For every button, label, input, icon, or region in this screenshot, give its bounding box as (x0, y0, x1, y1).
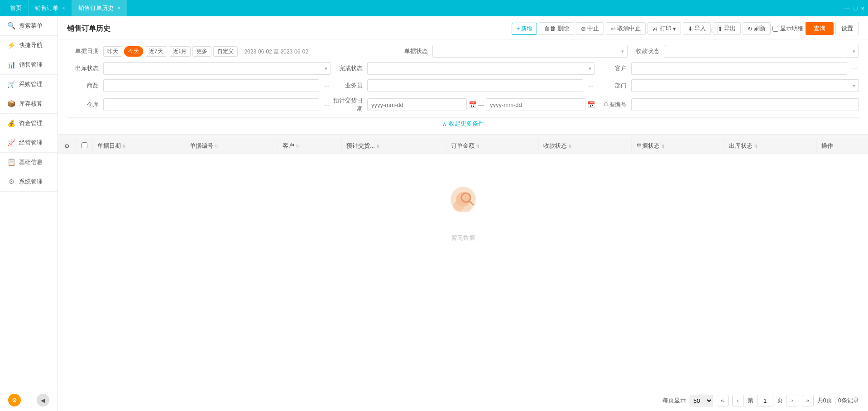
show-detail-checkbox[interactable] (772, 26, 778, 32)
tab-sales-order-history-label: 销售订单历史 (78, 4, 114, 12)
collapse-arrow-icon: ∧ (442, 121, 447, 127)
product-ellipsis[interactable]: ··· (322, 82, 331, 89)
th-order-status-sort-icon[interactable]: ⇅ (661, 144, 665, 149)
customer-input[interactable] (631, 62, 847, 75)
th-number-label: 单据编号 (190, 142, 213, 150)
purchase-mgmt-icon: 🛒 (7, 80, 15, 88)
th-payment-status-sort-icon[interactable]: ⇅ (568, 144, 572, 149)
data-table: ⚙ 单据日期 ⇅ (58, 138, 868, 154)
date-today-btn[interactable]: 今天 (124, 46, 143, 57)
sidebar-item-purchase-mgmt[interactable]: 🛒 采购管理 (0, 75, 58, 94)
payment-status-select[interactable] (664, 45, 859, 58)
sidebar-item-basic-info[interactable]: 📋 基础信息 (0, 153, 58, 172)
date-quick-btns: 昨天 今天 近7天 近1月 更多 自定义 (103, 46, 238, 57)
th-expected-date: 预计交货... ⇅ (341, 138, 446, 154)
sidebar-settings-btn[interactable]: ⚙ (8, 394, 21, 406)
last-page-btn[interactable]: » (802, 395, 814, 406)
delivery-status-select-wrapper: ▾ (103, 62, 331, 75)
delivery-status-control: ▾ (103, 62, 331, 75)
show-detail-checkbox-label[interactable]: 显示明细 (772, 24, 804, 33)
warehouse-input[interactable] (103, 98, 319, 111)
tab-sales-order-close[interactable]: × (62, 5, 65, 11)
date-custom-btn[interactable]: 自定义 (213, 46, 238, 57)
date-filter-control: 昨天 今天 近7天 近1月 更多 自定义 2023-06-02 至 2023-0… (103, 46, 396, 57)
completion-status-select[interactable] (367, 62, 595, 75)
stop-btn[interactable]: ⊘ 中止 (576, 22, 604, 35)
order-number-input[interactable] (631, 98, 859, 111)
sidebar-item-search-menu-label: 搜索菜单 (19, 22, 43, 30)
window-minimize-btn[interactable]: — (844, 5, 850, 12)
salesperson-control: ··· (367, 79, 595, 92)
import-btn[interactable]: ⬇ 导入 (683, 22, 711, 35)
department-select[interactable] (631, 79, 859, 92)
payment-status-select-wrapper: ▾ (664, 45, 859, 58)
sidebar-item-quick-nav[interactable]: ⚡ 快捷导航 (0, 36, 58, 55)
expected-date-start-calendar-icon[interactable]: 📅 (469, 101, 476, 108)
window-close-btn[interactable]: × (861, 5, 864, 12)
collapse-row[interactable]: ∧ 收起更多条件 (67, 117, 859, 129)
operations-icon: 📈 (7, 139, 15, 147)
product-input[interactable] (103, 79, 319, 92)
add-btn[interactable]: + 新增 (512, 23, 537, 35)
settings-gear-icon[interactable]: ⚙ (64, 143, 70, 150)
export-label: 导出 (724, 24, 736, 33)
salesperson-ellipsis[interactable]: ··· (586, 82, 595, 89)
product-label: 商品 (67, 82, 103, 90)
table-header: ⚙ 单据日期 ⇅ (58, 138, 868, 154)
expected-date-start[interactable] (367, 98, 467, 111)
payment-status-control: ▾ (664, 45, 859, 58)
date-more-btn[interactable]: 更多 (192, 46, 211, 57)
order-status-control: ▾ (432, 45, 628, 58)
page-input[interactable]: 1 (757, 395, 773, 406)
th-customer-sort-icon[interactable]: ⇅ (296, 144, 299, 149)
tab-home[interactable]: 首页 (4, 0, 29, 16)
settings-btn[interactable]: 设置 (835, 22, 859, 35)
th-date-sort-icon[interactable]: ⇅ (122, 144, 126, 149)
expected-date-end-calendar-icon[interactable]: 📅 (587, 101, 595, 108)
salesperson-input[interactable] (367, 79, 583, 92)
warehouse-ellipsis[interactable]: ··· (322, 101, 331, 108)
date-1month-btn[interactable]: 近1月 (169, 46, 191, 57)
sidebar-item-inventory-label: 库存核算 (19, 100, 43, 108)
th-settings[interactable]: ⚙ (58, 138, 76, 154)
delivery-status-select[interactable] (103, 62, 331, 75)
window-restore-btn[interactable]: □ (854, 5, 858, 12)
customer-ellipsis[interactable]: ··· (850, 65, 859, 72)
expected-date-end[interactable] (486, 98, 585, 111)
cancel-stop-btn[interactable]: ↩ 取消中止 (606, 22, 646, 35)
sidebar-item-finance[interactable]: 💰 资金管理 (0, 114, 58, 133)
refresh-btn[interactable]: ↻ 刷新 (743, 22, 771, 35)
collapse-label: 收起更多条件 (449, 120, 484, 128)
department-label: 部门 (595, 82, 631, 90)
delete-btn[interactable]: 🗑 🗑 删除 (539, 22, 574, 35)
sidebar-item-search-menu[interactable]: 🔍 搜索菜单 (0, 16, 58, 36)
sidebar-collapse-btn[interactable]: ◀ (37, 394, 49, 406)
date-yesterday-btn[interactable]: 昨天 (103, 46, 122, 57)
page-size-select[interactable]: 50 20 100 (690, 395, 713, 406)
query-btn[interactable]: 查询 (806, 22, 834, 35)
th-checkbox[interactable] (76, 138, 92, 154)
sidebar-item-sys-mgmt[interactable]: ⚙ 系统管理 (0, 172, 58, 192)
tab-sales-order-history-close[interactable]: × (117, 5, 120, 11)
th-delivery-status-sort-icon[interactable]: ⇅ (754, 144, 758, 149)
expected-date-control: 📅 — 📅 (367, 98, 595, 111)
sidebar-item-sales-mgmt[interactable]: 📊 销售管理 (0, 55, 58, 75)
th-number-sort-icon[interactable]: ⇅ (215, 144, 218, 149)
sidebar-item-inventory[interactable]: 📦 库存核算 (0, 94, 58, 114)
select-all-checkbox[interactable] (82, 142, 87, 148)
next-page-btn[interactable]: › (786, 395, 798, 406)
date-7days-btn[interactable]: 近7天 (145, 46, 167, 57)
print-btn[interactable]: 🖨 打印 ▾ (647, 22, 681, 35)
first-page-btn[interactable]: « (717, 395, 729, 406)
order-status-select[interactable] (432, 45, 628, 58)
th-amount-label: 订单金额 (451, 142, 475, 150)
th-payment-status: 收款状态 ⇅ (539, 138, 632, 154)
sidebar-item-operations[interactable]: 📈 经营管理 (0, 133, 58, 153)
prev-page-btn[interactable]: ‹ (732, 395, 744, 406)
th-expected-date-sort-icon[interactable]: ⇅ (376, 144, 380, 149)
tab-sales-order-history[interactable]: 销售订单历史 × (72, 0, 127, 16)
export-btn[interactable]: ⬆ 导出 (713, 22, 741, 35)
tab-sales-order[interactable]: 销售订单 × (29, 0, 72, 16)
delete-label: 🗑 删除 (550, 24, 569, 33)
th-amount-sort-icon[interactable]: ⇅ (476, 144, 480, 149)
